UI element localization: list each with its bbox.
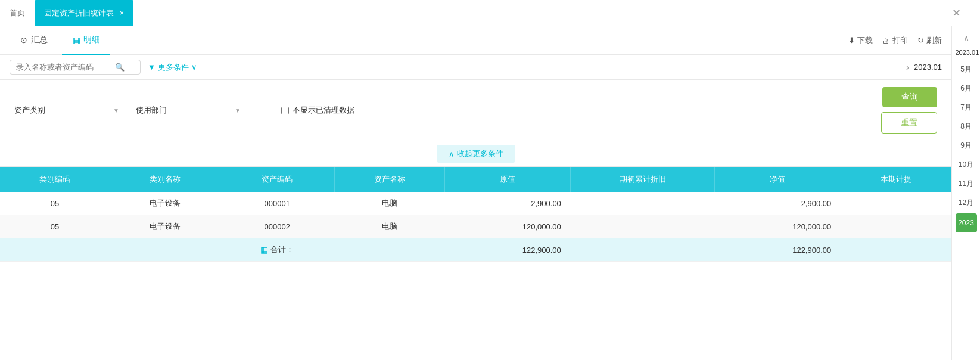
month-list: 5月6月7月8月9月10月11月12月 <box>956 60 977 212</box>
refresh-button[interactable]: ↻ 刷新 <box>917 35 942 46</box>
tab-summary-label: 汇总 <box>31 35 48 45</box>
download-button[interactable]: ⬇ 下载 <box>848 35 873 46</box>
detail-icon: ▦ <box>71 35 81 45</box>
cell-original-value: 2,900.00 <box>444 192 571 215</box>
department-select[interactable] <box>172 104 243 116</box>
print-label: 打印 <box>892 35 908 46</box>
data-table: 类别编码 类别名称 资产编码 资产名称 原值 期初累计折旧 净值 本期计提 05… <box>0 167 951 262</box>
filter-icon: ▼ <box>148 63 155 72</box>
total-net-value: 122,900.00 <box>715 238 841 262</box>
asset-type-label: 资产类别 <box>14 105 45 116</box>
col-header-category-name: 类别名称 <box>110 167 220 192</box>
toolbar-row: ⊙ 汇总 ▦ 明细 ⬇ 下载 🖨 打印 <box>0 26 951 55</box>
right-sidebar-month-item[interactable]: 7月 <box>956 98 977 117</box>
total-accumulated-depreciation <box>571 238 715 262</box>
reset-button[interactable]: 重置 <box>881 112 937 134</box>
total-icon: ▦ <box>260 245 268 255</box>
cell-net-value: 2,900.00 <box>715 192 841 215</box>
tab-summary[interactable]: ⊙ 汇总 <box>10 26 57 55</box>
cell-accumulated-depreciation <box>571 215 715 238</box>
col-header-net-value: 净值 <box>715 167 841 192</box>
window-close-button[interactable]: ✕ <box>942 7 970 20</box>
cell-original-value: 120,000.00 <box>444 215 571 238</box>
right-sidebar-year-active[interactable]: 2023 <box>956 213 977 232</box>
cell-net-value: 120,000.00 <box>715 215 841 238</box>
no-cleared-checkbox[interactable] <box>281 107 289 114</box>
cell-asset-name: 电脑 <box>334 215 444 238</box>
print-button[interactable]: 🖨 打印 <box>882 35 908 46</box>
total-label-text: 合计： <box>270 244 294 255</box>
cell-category-name: 电子设备 <box>110 192 220 215</box>
cell-current-depreciation <box>841 192 951 215</box>
data-table-container: 类别编码 类别名称 资产编码 资产名称 原值 期初累计折旧 净值 本期计提 05… <box>0 167 951 360</box>
right-sidebar-month-item[interactable]: 8月 <box>956 117 977 136</box>
filter-panel: 资产类别 ▼ 使用部门 <box>0 80 951 141</box>
collapse-button[interactable]: ∧ 收起更多条件 <box>437 145 515 163</box>
right-sidebar: ∧ 2023.01 5月6月7月8月9月10月11月12月 2023 <box>951 26 980 360</box>
total-current-depreciation <box>841 238 951 262</box>
total-empty-2 <box>110 238 220 262</box>
table-body: 05 电子设备 000001 电脑 2,900.00 2,900.00 05 电… <box>0 192 951 262</box>
asset-type-select[interactable] <box>50 104 122 116</box>
search-icon: 🔍 <box>115 63 125 72</box>
col-header-current-depreciation: 本期计提 <box>841 167 951 192</box>
no-cleared-group: 不显示已清理数据 <box>281 105 354 116</box>
col-header-accumulated-depreciation: 期初累计折旧 <box>571 167 715 192</box>
right-sidebar-month-item[interactable]: 5月 <box>956 60 977 79</box>
right-sidebar-month-item[interactable]: 12月 <box>956 193 977 212</box>
table-header-row: 类别编码 类别名称 资产编码 资产名称 原值 期初累计折旧 净值 本期计提 <box>0 167 951 192</box>
total-label-cell: ▦ 合计： <box>220 238 334 262</box>
cell-accumulated-depreciation <box>571 192 715 215</box>
department-filter: 使用部门 ▼ <box>136 104 243 116</box>
nav-tab-fixed-assets[interactable]: 固定资产折旧统计表 × <box>35 0 133 26</box>
nav-tab-close-icon[interactable]: × <box>120 9 124 17</box>
cell-asset-code: 000002 <box>220 215 334 238</box>
collapse-icon: ∧ <box>449 150 455 159</box>
date-display: 2023.01 <box>914 63 942 72</box>
right-sidebar-month-item[interactable]: 11月 <box>956 174 977 193</box>
total-original-value: 122,900.00 <box>444 238 571 262</box>
chevron-right-icon[interactable]: › <box>906 62 909 73</box>
cell-current-depreciation <box>841 215 951 238</box>
col-header-category-code: 类别编码 <box>0 167 110 192</box>
col-header-original-value: 原值 <box>444 167 571 192</box>
refresh-icon: ↻ <box>917 36 924 45</box>
filter-more-label: 更多条件 <box>158 62 189 73</box>
search-input[interactable] <box>16 63 111 72</box>
right-sidebar-month-item[interactable]: 6月 <box>956 79 977 98</box>
right-sidebar-date-header: 2023.01 <box>956 46 977 58</box>
total-empty-1 <box>0 238 110 262</box>
department-label: 使用部门 <box>136 105 167 116</box>
refresh-label: 刷新 <box>926 35 942 46</box>
search-row: 🔍 ▼ 更多条件 ∨ › 2023.01 <box>0 55 951 80</box>
nav-tab-label: 固定资产折旧统计表 <box>44 8 114 18</box>
total-empty-3 <box>334 238 444 262</box>
download-label: 下载 <box>857 35 873 46</box>
collapse-label: 收起更多条件 <box>457 148 503 159</box>
right-sidebar-month-item[interactable]: 10月 <box>956 155 977 174</box>
nav-home[interactable]: 首页 <box>10 8 35 18</box>
col-header-asset-name: 资产名称 <box>334 167 444 192</box>
table-total-row: ▦ 合计： 122,900.00 122,900.00 <box>0 238 951 262</box>
top-nav: 首页 固定资产折旧统计表 × ✕ <box>0 0 980 26</box>
tab-detail[interactable]: ▦ 明细 <box>62 26 110 55</box>
right-sidebar-chevron-up-icon[interactable]: ∧ <box>961 31 972 45</box>
tab-detail-label: 明细 <box>83 35 100 45</box>
cell-asset-code: 000001 <box>220 192 334 215</box>
right-sidebar-month-item[interactable]: 9月 <box>956 136 977 155</box>
summary-icon: ⊙ <box>19 35 29 45</box>
cell-asset-name: 电脑 <box>334 192 444 215</box>
toolbar-actions: ⬇ 下载 🖨 打印 ↻ 刷新 <box>848 35 942 46</box>
filter-chevron-icon: ∨ <box>191 63 197 72</box>
no-cleared-label: 不显示已清理数据 <box>293 105 354 116</box>
query-button[interactable]: 查询 <box>882 87 937 107</box>
col-header-asset-code: 资产编码 <box>220 167 334 192</box>
download-icon: ⬇ <box>848 36 855 45</box>
cell-category-code: 05 <box>0 215 110 238</box>
cell-category-code: 05 <box>0 192 110 215</box>
print-icon: 🖨 <box>882 36 890 45</box>
filter-more-button[interactable]: ▼ 更多条件 ∨ <box>148 62 197 73</box>
asset-type-filter: 资产类别 ▼ <box>14 104 122 116</box>
collapse-bar: ∧ 收起更多条件 <box>0 141 951 167</box>
search-input-wrap: 🔍 <box>10 60 141 75</box>
